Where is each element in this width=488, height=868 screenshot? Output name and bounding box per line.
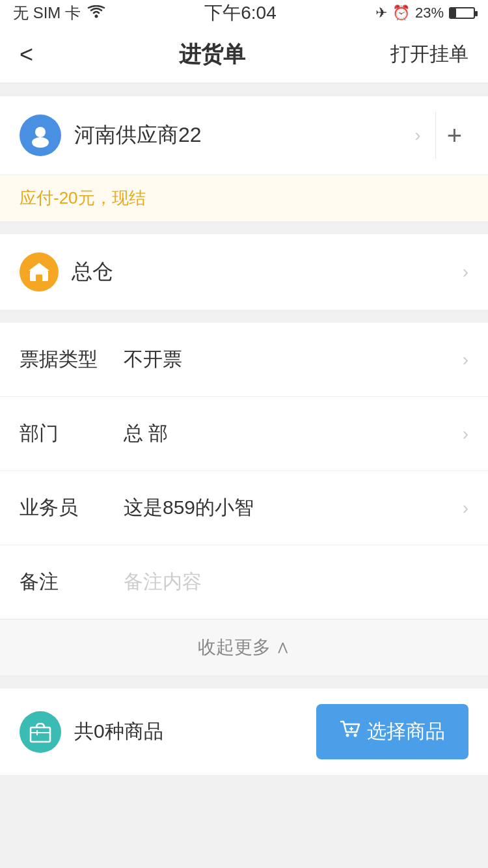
supplier-section: 河南供应商22 › + 应付-20元，现结 bbox=[0, 96, 488, 221]
department-row[interactable]: 部门 总 部 › bbox=[0, 397, 488, 471]
warehouse-section: 总仓 › bbox=[0, 234, 488, 310]
supplier-chevron-icon: › bbox=[414, 125, 420, 146]
supplier-divider bbox=[435, 112, 436, 159]
section-divider-1 bbox=[0, 83, 488, 96]
form-section: 票据类型 不开票 › 部门 总 部 › 业务员 这是859的小智 › 备注 备注… bbox=[0, 323, 488, 619]
back-button[interactable]: < bbox=[20, 41, 33, 68]
status-time: 下午6:04 bbox=[204, 1, 277, 25]
department-value: 总 部 bbox=[124, 420, 463, 447]
svg-rect-6 bbox=[31, 727, 50, 742]
collapse-bar[interactable]: 收起更多 ∧ bbox=[0, 619, 488, 675]
product-icon bbox=[20, 711, 61, 753]
open-pending-button[interactable]: 打开挂单 bbox=[390, 41, 468, 68]
salesperson-label: 业务员 bbox=[20, 495, 124, 521]
svg-point-2 bbox=[32, 137, 49, 148]
supplier-avatar bbox=[20, 115, 61, 156]
remark-row[interactable]: 备注 备注内容 bbox=[0, 545, 488, 619]
battery-percent: 23% bbox=[415, 5, 444, 21]
department-label: 部门 bbox=[20, 420, 124, 447]
battery-icon bbox=[449, 7, 475, 19]
invoice-type-label: 票据类型 bbox=[20, 346, 124, 373]
invoice-type-value: 不开票 bbox=[124, 346, 463, 373]
svg-point-11 bbox=[354, 734, 357, 737]
salesperson-value: 这是859的小智 bbox=[124, 495, 463, 521]
salesperson-row[interactable]: 业务员 这是859的小智 › bbox=[0, 471, 488, 545]
svg-point-0 bbox=[95, 15, 98, 18]
supplier-notice: 应付-20元，现结 bbox=[0, 175, 488, 221]
cart-icon bbox=[340, 720, 360, 743]
status-right: ✈ ⏰ 23% bbox=[375, 5, 475, 21]
warehouse-icon bbox=[20, 252, 59, 292]
invoice-type-row[interactable]: 票据类型 不开票 › bbox=[0, 323, 488, 397]
wifi-icon bbox=[87, 4, 105, 22]
salesperson-chevron: › bbox=[463, 498, 468, 519]
warehouse-row[interactable]: 总仓 › bbox=[0, 234, 488, 310]
location-icon: ✈ bbox=[375, 5, 387, 21]
carrier-label: 无 SIM 卡 bbox=[13, 3, 81, 23]
warehouse-chevron-icon: › bbox=[463, 262, 468, 282]
page-title: 进货单 bbox=[179, 40, 245, 70]
section-divider-2 bbox=[0, 221, 488, 234]
page-background bbox=[0, 775, 488, 868]
warehouse-name: 总仓 bbox=[72, 258, 463, 286]
supplier-name: 河南供应商22 bbox=[74, 121, 414, 150]
bottom-product-bar: 共0种商品 选择商品 bbox=[0, 688, 488, 775]
remark-label: 备注 bbox=[20, 569, 124, 595]
svg-marker-4 bbox=[29, 263, 49, 271]
add-supplier-button[interactable]: + bbox=[441, 121, 468, 150]
product-count-label: 共0种商品 bbox=[74, 718, 316, 745]
select-product-label: 选择商品 bbox=[367, 718, 445, 745]
svg-point-1 bbox=[35, 127, 46, 137]
status-left: 无 SIM 卡 bbox=[13, 3, 105, 23]
remark-placeholder: 备注内容 bbox=[124, 569, 468, 595]
status-bar: 无 SIM 卡 下午6:04 ✈ ⏰ 23% bbox=[0, 0, 488, 26]
department-chevron: › bbox=[463, 424, 468, 444]
select-product-button[interactable]: 选择商品 bbox=[316, 704, 468, 759]
supplier-row[interactable]: 河南供应商22 › + bbox=[0, 96, 488, 175]
svg-point-10 bbox=[346, 734, 349, 737]
alarm-icon: ⏰ bbox=[392, 5, 410, 21]
svg-rect-5 bbox=[36, 275, 42, 281]
nav-bar: < 进货单 打开挂单 bbox=[0, 26, 488, 83]
collapse-label: 收起更多 ∧ bbox=[198, 637, 291, 657]
invoice-type-chevron: › bbox=[463, 349, 468, 370]
